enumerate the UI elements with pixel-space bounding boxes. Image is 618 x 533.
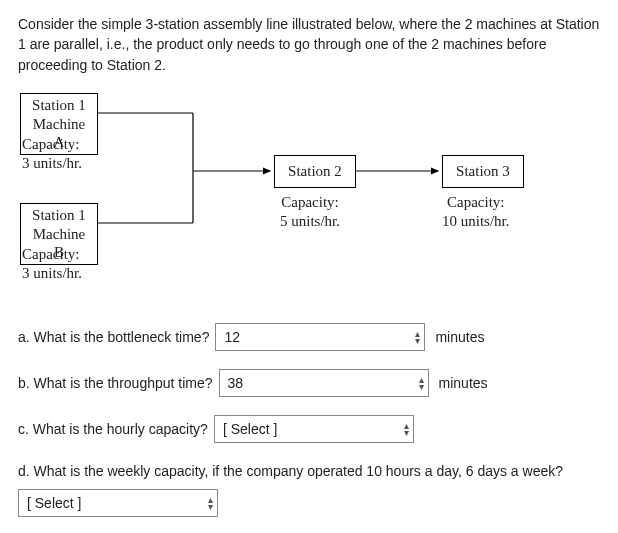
question-d-text: d. What is the weekly capacity, if the c… <box>18 461 600 481</box>
question-a-unit: minutes <box>435 327 484 347</box>
question-b-unit: minutes <box>439 373 488 393</box>
question-a-value: 12 <box>224 327 240 347</box>
chevron-updown-icon: ▴▾ <box>208 496 213 510</box>
question-c: c. What is the hourly capacity? [ Select… <box>18 415 600 443</box>
question-a: a. What is the bottleneck time? 12 ▴▾ mi… <box>18 323 600 351</box>
stepper-icon: ▴▾ <box>415 330 420 344</box>
question-c-select[interactable]: [ Select ] ▴▾ <box>214 415 414 443</box>
question-c-text: c. What is the hourly capacity? <box>18 419 208 439</box>
problem-intro: Consider the simple 3-station assembly l… <box>18 14 600 75</box>
question-d-value: [ Select ] <box>27 493 81 513</box>
question-c-value: [ Select ] <box>223 419 277 439</box>
question-a-input[interactable]: 12 ▴▾ <box>215 323 425 351</box>
question-b-value: 38 <box>228 373 244 393</box>
assembly-line-diagram: Station 1 Machine A Capacity: 3 units/hr… <box>18 93 600 299</box>
question-b-text: b. What is the throughput time? <box>18 373 213 393</box>
question-a-text: a. What is the bottleneck time? <box>18 327 209 347</box>
stepper-icon: ▴▾ <box>419 376 424 390</box>
question-b: b. What is the throughput time? 38 ▴▾ mi… <box>18 369 600 397</box>
question-d: d. What is the weekly capacity, if the c… <box>18 461 600 517</box>
flow-lines <box>18 93 598 299</box>
question-b-input[interactable]: 38 ▴▾ <box>219 369 429 397</box>
chevron-updown-icon: ▴▾ <box>404 422 409 436</box>
question-d-select[interactable]: [ Select ] ▴▾ <box>18 489 218 517</box>
